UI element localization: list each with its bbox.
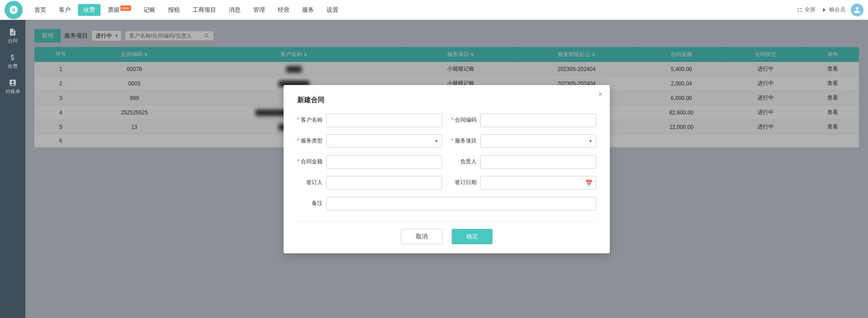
nav-items: 首页 客户 收费 票据new 记账 报税 工商项目 消息 管理 经营 服务 设置: [29, 4, 796, 16]
notes-label: 备注: [297, 199, 323, 207]
contract-amount-label: 合同金额: [297, 158, 323, 166]
nav-manage[interactable]: 管理: [248, 4, 270, 16]
sign-date-input[interactable]: 2023-06-06: [480, 176, 596, 190]
service-item-select-wrapper: [480, 134, 596, 148]
confirm-button[interactable]: 确定: [452, 229, 492, 244]
sign-date-wrapper: 2023-06-06 📅: [480, 176, 596, 190]
customer-name-label: 客户名称: [297, 116, 323, 124]
modal-footer: 取消 确定: [297, 221, 596, 244]
service-type-select-wrapper: [326, 134, 442, 148]
sidebar: 合同 收费 对账单: [0, 20, 25, 318]
sign-date-label: 签订日期: [451, 179, 477, 186]
signer-input[interactable]: [326, 176, 442, 190]
form-row-2: 服务类型 服务项目: [297, 134, 596, 148]
form-group-signer: 签订人: [297, 176, 442, 190]
contract-icon: [9, 28, 17, 36]
form-row-4: 签订人 签订日期 2023-06-06 📅: [297, 176, 596, 190]
nav-bookkeeping[interactable]: 记账: [138, 4, 161, 16]
form-group-contract-no: 合同编码: [451, 114, 596, 127]
form-group-responsible: 负责人: [451, 155, 596, 169]
responsible-input[interactable]: [480, 155, 596, 169]
app-logo: [5, 1, 23, 19]
new-contract-modal: × 新建合同 客户名称 合同编码 服务类型: [284, 85, 610, 253]
nav-invoice[interactable]: 票据new: [102, 4, 136, 16]
statement-icon: [9, 79, 17, 87]
service-item-label: 服务项目: [451, 137, 477, 145]
sidebar-item-contract[interactable]: 合同: [1, 24, 24, 48]
service-type-select[interactable]: [326, 134, 442, 148]
nav-tax[interactable]: 报税: [163, 4, 185, 16]
nav-fee[interactable]: 收费: [78, 4, 101, 16]
modal-overlay: × 新建合同 客户名称 合同编码 服务类型: [25, 20, 868, 318]
nav-settings[interactable]: 设置: [321, 4, 344, 16]
main-layout: 合同 收费 对账单 新增 服务项目 进行中 已完成 已终止: [0, 20, 868, 318]
service-type-label: 服务类型: [297, 137, 323, 145]
contract-no-input[interactable]: [480, 114, 596, 127]
fullscreen-icon: [796, 7, 803, 13]
modal-title: 新建合同: [297, 96, 596, 104]
form-group-amount: 合同金额 0.00: [297, 155, 442, 169]
form-row-1: 客户名称 合同编码: [297, 114, 596, 127]
nav-right: 全屏 畅会员: [796, 4, 863, 16]
form-group-customer: 客户名称: [297, 114, 442, 127]
avatar[interactable]: [851, 4, 863, 16]
nav-home[interactable]: 首页: [29, 4, 52, 16]
user-icon: [854, 6, 861, 14]
customer-name-input[interactable]: [326, 114, 442, 127]
form-group-service-item: 服务项目: [451, 134, 596, 148]
member-button[interactable]: 畅会员: [821, 6, 845, 14]
signer-label: 签订人: [297, 179, 323, 186]
nav-message[interactable]: 消息: [223, 4, 246, 16]
form-group-notes: 备注: [297, 197, 596, 210]
form-group-sign-date: 签订日期 2023-06-06 📅: [451, 176, 596, 190]
modal-close-button[interactable]: ×: [598, 90, 603, 99]
top-navigation: 首页 客户 收费 票据new 记账 报税 工商项目 消息 管理 经营 服务 设置…: [0, 0, 868, 20]
form-group-service-type: 服务类型: [297, 134, 442, 148]
service-item-select[interactable]: [480, 134, 596, 148]
new-badge: new: [121, 5, 131, 11]
fullscreen-button[interactable]: 全屏: [796, 6, 815, 14]
form-row-5: 备注: [297, 197, 596, 210]
nav-service[interactable]: 服务: [297, 4, 319, 16]
sidebar-item-statement[interactable]: 对账单: [1, 75, 24, 99]
responsible-label: 负责人: [451, 158, 477, 166]
contract-amount-input[interactable]: 0.00: [326, 155, 442, 169]
sidebar-item-fee[interactable]: 收费: [1, 50, 24, 73]
nav-operation[interactable]: 经营: [272, 4, 295, 16]
fee-icon: [9, 53, 17, 62]
logo-icon: [9, 5, 19, 15]
member-icon: [821, 7, 827, 13]
form-row-3: 合同金额 0.00 负责人: [297, 155, 596, 169]
cancel-button[interactable]: 取消: [401, 229, 443, 244]
nav-customer[interactable]: 客户: [53, 4, 76, 16]
contract-no-label: 合同编码: [451, 116, 477, 124]
content-area: 新增 服务项目 进行中 已完成 已终止 序号 合同编码⇅: [25, 20, 868, 318]
nav-business[interactable]: 工商项目: [187, 4, 222, 16]
notes-input[interactable]: [326, 197, 596, 210]
